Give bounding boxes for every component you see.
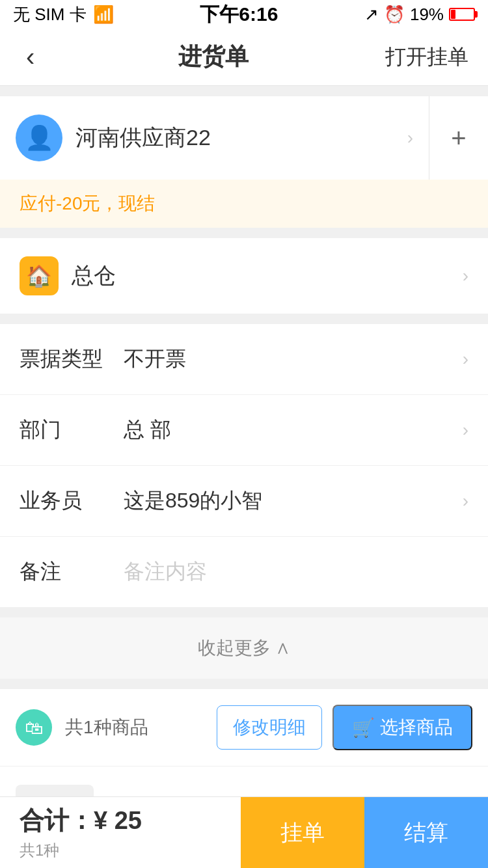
dept-row[interactable]: 部门 总 部 › bbox=[0, 395, 488, 466]
total-label: 合计： bbox=[20, 807, 94, 834]
supplier-avatar: 👤 bbox=[16, 115, 62, 161]
form-section: 票据类型 不开票 › 部门 总 部 › 业务员 这是859的小智 › 备注 备注… bbox=[0, 324, 488, 607]
total-value: ¥ 25 bbox=[94, 807, 142, 834]
dept-label: 部门 bbox=[20, 416, 124, 444]
status-time: 下午6:16 bbox=[200, 1, 278, 28]
invoice-label: 票据类型 bbox=[20, 345, 124, 373]
total-amount: 合计：¥ 25 bbox=[20, 804, 221, 837]
edit-detail-button[interactable]: 修改明细 bbox=[217, 705, 322, 750]
remark-row[interactable]: 备注 备注内容 bbox=[0, 537, 488, 607]
alarm-icon: ⏰ bbox=[384, 5, 405, 25]
product-header: 🛍 共1种商品 修改明细 🛒 选择商品 bbox=[0, 689, 488, 766]
sales-value: 这是859的小智 bbox=[124, 487, 463, 515]
user-icon: 👤 bbox=[25, 124, 54, 152]
supplier-row[interactable]: 👤 河南供应商22 › bbox=[0, 96, 429, 180]
location-icon: ↗ bbox=[364, 5, 379, 25]
open-hang-button[interactable]: 打开挂单 bbox=[385, 43, 468, 72]
collapse-button[interactable]: 收起更多 ∧ bbox=[0, 617, 488, 679]
chevron-right-icon: › bbox=[463, 420, 468, 441]
battery-percent: 19% bbox=[410, 5, 444, 25]
nav-bar: ‹ 进货单 打开挂单 bbox=[0, 29, 488, 86]
remark-label: 备注 bbox=[20, 558, 124, 586]
select-icon: 🛒 bbox=[352, 717, 375, 739]
remark-placeholder: 备注内容 bbox=[124, 558, 468, 586]
status-bar: 无 SIM 卡 📶 下午6:16 ↗ ⏰ 19% bbox=[0, 0, 488, 29]
status-left: 无 SIM 卡 📶 bbox=[13, 3, 114, 26]
chevron-right-icon: › bbox=[463, 349, 468, 370]
total-section: 合计：¥ 25 共1种 bbox=[0, 797, 241, 868]
supplier-section: 👤 河南供应商22 › + bbox=[0, 96, 488, 180]
page-title: 进货单 bbox=[178, 41, 249, 73]
chevron-right-icon: › bbox=[463, 491, 468, 511]
wifi-icon: 📶 bbox=[93, 5, 114, 25]
status-right: ↗ ⏰ 19% bbox=[364, 5, 475, 25]
warehouse-row[interactable]: 🏠 总仓 › bbox=[0, 238, 488, 314]
main-content: 👤 河南供应商22 › + 应付-20元，现结 🏠 总仓 › 票据类型 不开票 … bbox=[0, 86, 488, 868]
chevron-right-icon: › bbox=[463, 265, 468, 286]
hang-button[interactable]: 挂单 bbox=[241, 797, 364, 868]
select-product-button[interactable]: 🛒 选择商品 bbox=[332, 705, 472, 750]
dept-value: 总 部 bbox=[124, 416, 463, 444]
cart-icon: 🛍 bbox=[16, 709, 52, 746]
invoice-row[interactable]: 票据类型 不开票 › bbox=[0, 324, 488, 395]
sales-row[interactable]: 业务员 这是859的小智 › bbox=[0, 466, 488, 537]
product-count: 共1种商品 bbox=[65, 715, 217, 740]
back-button[interactable]: ‹ bbox=[20, 36, 41, 78]
notice-bar: 应付-20元，现结 bbox=[0, 180, 488, 228]
sales-label: 业务员 bbox=[20, 487, 124, 515]
home-icon: 🏠 bbox=[26, 264, 52, 288]
add-supplier-button[interactable]: + bbox=[429, 96, 488, 180]
warehouse-icon: 🏠 bbox=[20, 256, 59, 295]
carrier-text: 无 SIM 卡 bbox=[13, 3, 87, 26]
total-sub: 共1种 bbox=[20, 840, 221, 861]
select-btn-label: 选择商品 bbox=[380, 715, 453, 740]
supplier-name: 河南供应商22 bbox=[75, 123, 407, 153]
invoice-value: 不开票 bbox=[124, 345, 463, 373]
warehouse-name: 总仓 bbox=[72, 261, 463, 291]
battery-icon bbox=[449, 8, 475, 21]
chevron-right-icon: › bbox=[407, 128, 413, 148]
bottom-bar: 合计：¥ 25 共1种 挂单 结算 bbox=[0, 796, 488, 868]
settle-button[interactable]: 结算 bbox=[364, 797, 488, 868]
bag-icon: 🛍 bbox=[25, 717, 43, 739]
